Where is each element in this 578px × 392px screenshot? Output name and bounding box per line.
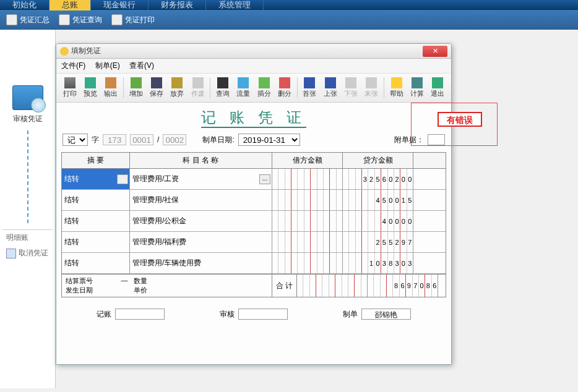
book-box[interactable]: [115, 309, 165, 320]
menu-make[interactable]: 制单(E): [95, 61, 120, 70]
make-box[interactable]: 郤锦艳: [361, 309, 411, 320]
table-row[interactable]: 结转管理费用/社保450015: [62, 190, 446, 211]
cell-account[interactable]: 管理费用/福利费: [130, 232, 272, 252]
ic-print-icon: [64, 77, 75, 88]
tool-查询[interactable]: 查询: [213, 76, 232, 100]
nav-cash[interactable]: 现金银行: [91, 0, 149, 11]
grid-body: 结转...管理费用/工资...32560200结转管理费用/社保450015结转…: [62, 169, 446, 274]
cell-debit[interactable]: [272, 190, 343, 210]
table-row[interactable]: 结转管理费用/福利费255297: [62, 232, 446, 253]
tool-label: 放弃: [170, 89, 184, 98]
voucher-type-select[interactable]: 记: [63, 134, 88, 146]
col-credit: 贷方金额: [343, 153, 413, 168]
cell-debit[interactable]: [272, 169, 343, 189]
col-account: 科 目 名 称: [130, 153, 272, 168]
ic-undo-icon: [171, 77, 183, 88]
menu-view[interactable]: 查看(V): [129, 61, 154, 70]
doc-icon: [111, 14, 123, 25]
amount-digit: [362, 190, 368, 210]
menu-file[interactable]: 文件(F): [61, 61, 85, 70]
amount-digit: [291, 169, 298, 189]
amount-digit: 0: [400, 211, 407, 231]
tool-预览[interactable]: 预览: [80, 76, 100, 100]
cell-credit[interactable]: 450015: [343, 190, 413, 210]
cell-account[interactable]: 管理费用/车辆使用费: [130, 253, 272, 273]
cell-debit[interactable]: [272, 253, 343, 273]
amount-digit: [272, 253, 278, 273]
modal-titlebar[interactable]: 填制凭证 ✕: [56, 44, 451, 59]
cell-account[interactable]: 管理费用/公积金: [130, 211, 272, 231]
cancel-voucher-label: 取消凭证: [19, 248, 48, 258]
amount-digit: [330, 169, 336, 189]
cell-debit[interactable]: [272, 211, 343, 231]
lookup-button[interactable]: ...: [259, 174, 270, 184]
sec-query[interactable]: 凭证查询: [59, 14, 102, 25]
tool-帮助[interactable]: 帮助: [387, 76, 406, 100]
nav-system[interactable]: 系统管理: [206, 0, 264, 11]
nav-ledger[interactable]: 总账: [50, 0, 91, 11]
cancel-voucher-item[interactable]: 取消凭证: [2, 245, 53, 261]
nav-init[interactable]: 初始化: [0, 0, 50, 11]
total-credit: 8697086: [368, 275, 438, 297]
cell-summary[interactable]: 结转...: [62, 169, 130, 189]
cell-summary[interactable]: 结转: [62, 232, 130, 252]
cell-summary[interactable]: 结转: [62, 253, 130, 273]
attach-input[interactable]: [428, 134, 445, 145]
amount-digit: [343, 211, 349, 231]
seq-input-1[interactable]: [103, 134, 126, 145]
table-row[interactable]: 结转管理费用/公积金40000: [62, 211, 446, 232]
amount-digit: [291, 190, 298, 210]
amount-digit: [311, 169, 317, 189]
cell-account[interactable]: 管理费用/工资...: [130, 169, 272, 189]
sec-print[interactable]: 凭证打印: [111, 14, 155, 25]
amount-digit: [324, 232, 330, 252]
tool-label: 计算: [410, 89, 424, 98]
nav-report[interactable]: 财务报表: [149, 0, 206, 11]
table-row[interactable]: 结转...管理费用/工资...32560200: [62, 169, 446, 190]
tool-增加[interactable]: 增加: [126, 76, 145, 100]
tool-计算[interactable]: 计算: [407, 76, 426, 100]
amount-digit: [272, 232, 278, 252]
doc-icon: [6, 249, 16, 258]
tool-打印[interactable]: 打印: [60, 76, 79, 100]
ic-last-icon: [366, 77, 377, 88]
tool-首张[interactable]: 首张: [300, 76, 319, 100]
seq-input-2[interactable]: [130, 134, 153, 145]
sec-summary[interactable]: 凭证汇总: [6, 14, 50, 25]
seq-input-3[interactable]: [163, 134, 186, 145]
audit-box[interactable]: [238, 309, 288, 320]
cell-account[interactable]: 管理费用/社保: [130, 190, 272, 210]
tool-流量[interactable]: 流量: [234, 76, 253, 100]
cell-credit[interactable]: 40000: [343, 211, 413, 231]
audit-voucher-shortcut[interactable]: 审核凭证: [2, 85, 53, 124]
amount-digit: [375, 211, 381, 231]
amount-digit: [348, 275, 355, 297]
tool-插分[interactable]: 插分: [254, 76, 274, 100]
footer-left: 结算票号 — 数量 发生日期 单价: [62, 275, 272, 297]
tool-末张: 末张: [362, 76, 381, 100]
lookup-button[interactable]: ...: [117, 174, 128, 184]
close-button[interactable]: ✕: [423, 46, 447, 57]
amount-digit: [285, 190, 291, 210]
secondary-toolbar: 凭证汇总 凭证查询 凭证打印: [0, 10, 578, 30]
amount-digit: [291, 232, 298, 252]
amount-digit: [278, 190, 285, 210]
cell-credit[interactable]: 1038303: [343, 253, 413, 273]
amount-digit: [297, 275, 303, 297]
tool-输出[interactable]: 输出: [101, 76, 121, 100]
amount-digit: 5: [381, 190, 387, 210]
tool-上张[interactable]: 上张: [321, 76, 340, 100]
cell-debit[interactable]: [272, 232, 343, 252]
cell-credit[interactable]: 32560200: [343, 169, 413, 189]
amount-digit: [343, 190, 349, 210]
date-select[interactable]: 2019-01-31: [238, 134, 300, 146]
amount-digit: [337, 253, 342, 273]
tool-保存[interactable]: 保存: [147, 76, 166, 100]
cell-summary[interactable]: 结转: [62, 211, 130, 231]
tool-退出[interactable]: 退出: [428, 76, 447, 100]
table-row[interactable]: 结转管理费用/车辆使用费1038303: [62, 253, 446, 274]
cell-summary[interactable]: 结转: [62, 190, 130, 210]
tool-放弃[interactable]: 放弃: [168, 76, 187, 100]
cell-credit[interactable]: 255297: [343, 232, 413, 252]
tool-删分[interactable]: 删分: [275, 76, 294, 100]
